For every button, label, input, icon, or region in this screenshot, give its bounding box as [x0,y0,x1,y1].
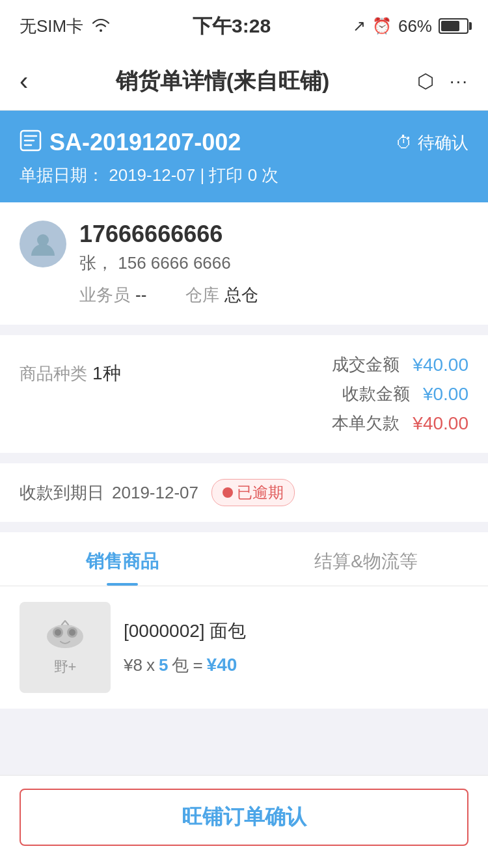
print-label: | 打印 [200,165,247,185]
order-icon [20,129,42,156]
order-id-text: SA-20191207-002 [49,129,241,156]
product-total: ¥40 [207,655,237,675]
product-thumbnail: 野+ [20,602,111,693]
salesman-value: -- [135,285,146,305]
product-name: [0000002] 面包 [124,619,468,644]
tab-sales-products[interactable]: 销售商品 [0,532,244,586]
tab-settlement-label: 结算&物流等 [314,551,418,571]
owed-label: 本单欠款 [332,412,400,435]
customer-avatar [20,221,66,267]
amount-label: 成交金额 [332,353,400,376]
customer-name-phone: 张， 156 6666 6666 [79,252,468,275]
order-date-info: 单据日期： 2019-12-07 | 打印 0 次 [20,164,468,187]
product-price: ¥8 [124,655,142,675]
page-title: 销货单详情(来自旺铺) [116,66,330,96]
product-qty: 5 [159,655,168,675]
status-text: 待确认 [418,131,468,154]
more-icon[interactable]: ··· [450,71,468,92]
customer-phone: 17666666666 [79,221,468,248]
amount-value: ¥40.00 [413,355,468,375]
back-button[interactable]: ‹ [20,66,28,96]
wifi-icon [91,16,111,36]
nav-bar: ‹ 销货单详情(来自旺铺) ⬡ ··· [0,52,488,111]
equals-sign: = [193,655,202,675]
overdue-text: 已逾期 [237,482,284,503]
print-count: 0 [248,165,257,185]
due-date-value: 2019-12-07 [112,483,198,503]
status-clock-icon: ⏱ [396,133,413,153]
category-label: 商品种类 [20,362,87,385]
time-display: 下午3:28 [193,13,271,40]
alarm-icon: ⏰ [372,17,392,35]
product-thumb-img: 野+ [20,602,111,693]
battery-percent: 66% [398,16,432,36]
svg-point-2 [47,625,83,648]
owed-value: ¥40.00 [413,413,468,434]
nav-actions: ⬡ ··· [417,70,468,92]
status-right: ↗ ⏰ 66% [353,16,468,36]
amount-row: 成交金额 ¥40.00 [332,353,468,376]
status-bar: 无SIM卡 下午3:28 ↗ ⏰ 66% [0,0,488,52]
order-status: ⏱ 待确认 [396,131,468,154]
customer-alt-phone: 156 6666 6666 [118,253,231,273]
summary-left: 商品种类 1种 [20,353,121,386]
collection-row: 收款金额 ¥0.00 [342,383,468,405]
product-section: 野+ [0000002] 面包 ¥8 x 5 包 = ¥40 [0,586,488,709]
summary-section: 商品种类 1种 成交金额 ¥40.00 收款金额 ¥0.00 本单欠款 ¥40.… [0,335,488,453]
carrier-text: 无SIM卡 [20,15,83,38]
collection-label: 收款金额 [342,383,410,405]
bottom-bar: 旺铺订单确认 [0,775,488,868]
due-date-label: 收款到期日 [20,481,104,504]
product-title: 面包 [210,621,246,641]
warehouse-label: 仓库 [185,284,219,306]
tab-sales-label: 销售商品 [86,551,159,571]
order-id: SA-20191207-002 [20,129,241,156]
battery-icon [439,18,468,34]
customer-name: 张 [79,253,96,273]
location-icon: ↗ [353,17,366,35]
category-value: 1种 [92,361,121,386]
collection-value: ¥0.00 [423,384,468,405]
due-date-section: 收款到期日 2019-12-07 已逾期 [0,463,488,522]
customer-section: 17666666666 张， 156 6666 6666 业务员 -- 仓库 总… [0,202,488,325]
product-code: [0000002] [124,621,205,641]
order-date: 2019-12-07 [109,165,195,185]
customer-info: 17666666666 张， 156 6666 6666 业务员 -- 仓库 总… [79,221,468,306]
tabs-section: 销售商品 结算&物流等 [0,532,488,709]
salesman-meta: 业务员 -- [79,284,146,306]
product-unit: 包 [172,654,189,677]
print-suffix: 次 [262,165,278,185]
multiply-sign: x [146,655,155,675]
overdue-dot-icon [223,487,233,498]
category-row: 商品种类 1种 [20,361,121,386]
svg-point-5 [55,629,61,636]
brand-plus: 野+ [54,657,77,677]
salesman-label: 业务员 [79,284,130,306]
product-item: 野+ [0000002] 面包 ¥8 x 5 包 = ¥40 [20,602,468,693]
share-icon[interactable]: ⬡ [417,70,434,92]
confirm-order-button[interactable]: 旺铺订单确认 [20,789,468,846]
product-details: [0000002] 面包 ¥8 x 5 包 = ¥40 [124,619,468,677]
tabs-header: 销售商品 结算&物流等 [0,532,488,586]
warehouse-meta: 仓库 总仓 [185,284,258,306]
tab-settlement[interactable]: 结算&物流等 [244,532,488,586]
date-label: 单据日期： [20,165,104,185]
owed-row: 本单欠款 ¥40.00 [332,412,468,435]
overdue-badge: 已逾期 [211,479,295,506]
customer-meta: 业务员 -- 仓库 总仓 [79,284,468,306]
warehouse-value: 总仓 [224,284,258,306]
owl-icon [42,618,88,655]
order-header-card: SA-20191207-002 ⏱ 待确认 单据日期： 2019-12-07 |… [0,111,488,202]
summary-right: 成交金额 ¥40.00 收款金额 ¥0.00 本单欠款 ¥40.00 [332,353,468,435]
svg-point-6 [69,629,75,636]
product-price-row: ¥8 x 5 包 = ¥40 [124,654,468,677]
status-left: 无SIM卡 [20,15,111,38]
order-header-top: SA-20191207-002 ⏱ 待确认 [20,129,468,156]
